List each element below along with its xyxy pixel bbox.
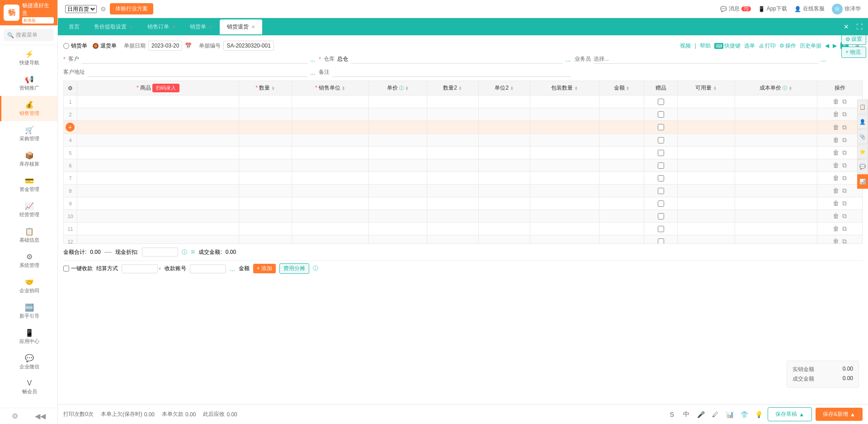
unit2-cell-5[interactable] [478, 147, 530, 159]
sidebar-item-inventory[interactable]: 📦 库存核算 [0, 147, 57, 172]
customer-picker-button[interactable]: ... [310, 56, 316, 63]
unit-price-cell-3[interactable] [369, 121, 427, 134]
available-cell-5[interactable] [678, 147, 735, 159]
sidebar-item-operations[interactable]: 📈 经营管理 [0, 197, 57, 223]
tab-sales-return-close[interactable]: ✕ [251, 24, 255, 29]
date-value[interactable]: 2023-03-20 [148, 41, 182, 51]
date-picker-button[interactable]: 📅 [185, 43, 192, 49]
unit-price-cell-11[interactable] [369, 223, 427, 235]
right-panel-btn-6[interactable]: 📊 [857, 174, 868, 189]
sidebar-item-newuser[interactable]: 🆕 新手引导 [0, 299, 57, 324]
product-cell-6[interactable] [77, 159, 239, 172]
product-cell-11[interactable] [77, 223, 239, 235]
sidebar-item-wechat[interactable]: 💬 企业微信 [0, 349, 57, 375]
available-cell-11[interactable] [678, 223, 735, 235]
qty2-cell-1[interactable] [427, 95, 478, 108]
gift-checkbox-4[interactable] [658, 137, 664, 143]
sale-unit-cell-12[interactable] [292, 235, 369, 244]
sale-unit-cell-3[interactable] [292, 121, 369, 134]
settings-btn[interactable]: ⚙ 设置 [841, 35, 866, 45]
gift-checkbox-2[interactable] [658, 111, 664, 118]
sale-unit-cell-4[interactable] [292, 134, 369, 147]
sale-unit-cell-1[interactable] [292, 95, 369, 108]
qty2-cell-7[interactable] [427, 172, 478, 185]
column-settings-icon[interactable]: ⚙ [68, 85, 73, 91]
radio-return[interactable]: 退货单 [93, 42, 117, 50]
unit2-cell-4[interactable] [478, 134, 530, 147]
gift-checkbox-11[interactable] [658, 226, 664, 232]
quantity-cell-7[interactable] [239, 172, 292, 185]
amount-cell-9[interactable] [599, 197, 644, 210]
qty2-cell-3[interactable] [427, 121, 478, 134]
unit-price-cell-8[interactable] [369, 185, 427, 197]
unit2-cell-9[interactable] [478, 197, 530, 210]
experience-button[interactable]: 体验行业方案 [110, 3, 153, 14]
history-btn[interactable]: 历史单据 [800, 42, 821, 50]
unit2-cell-6[interactable] [478, 159, 530, 172]
qty2-cell-6[interactable] [427, 159, 478, 172]
qty2-sort-icon[interactable]: ▲▼ [458, 86, 462, 91]
qty-sort-icon[interactable]: ▲▼ [271, 86, 275, 91]
sidebar-item-finance[interactable]: 💳 资金管理 [0, 172, 57, 197]
quantity-cell-3[interactable] [239, 121, 292, 134]
cost-price-cell-2[interactable] [735, 108, 817, 121]
copy-row-5[interactable]: ⧉ [841, 149, 848, 157]
copy-row-12[interactable]: ⧉ [841, 238, 848, 243]
delete-row-5[interactable]: 🗑 [832, 149, 840, 156]
salesperson-picker-button[interactable]: ... [821, 56, 826, 63]
tab-sales-order[interactable]: 销售订单 ✕ [140, 19, 183, 34]
unit-price-cell-10[interactable] [369, 210, 427, 223]
tab-sales-bill-close[interactable]: ✕ [209, 24, 212, 29]
gift-cell-5[interactable] [644, 147, 678, 159]
right-panel-btn-2[interactable]: 👤 [857, 114, 868, 129]
pack-qty-cell-6[interactable] [530, 159, 599, 172]
sidebar-item-sales[interactable]: 💰 销售管理 [0, 96, 57, 121]
cost-price-cell-4[interactable] [735, 134, 817, 147]
copy-row-8[interactable]: ⧉ [841, 187, 848, 195]
right-panel-btn-3[interactable]: 📎 [857, 129, 868, 144]
unit2-cell-2[interactable] [478, 108, 530, 121]
customer-input[interactable] [82, 54, 307, 64]
copy-row-6[interactable]: ⧉ [841, 162, 848, 169]
delete-row-6[interactable]: 🗑 [832, 162, 840, 169]
gift-checkbox-9[interactable] [658, 200, 664, 207]
sidebar-item-system[interactable]: ⚙ 系统管理 [0, 248, 57, 273]
prev-record-button[interactable]: ◀ [825, 43, 829, 49]
select-btn[interactable]: 选单 [744, 42, 755, 50]
next-record-button[interactable]: ▶ [833, 43, 837, 49]
gift-cell-4[interactable] [644, 134, 678, 147]
radio-return-input[interactable] [93, 43, 99, 49]
delete-row-7[interactable]: 🗑 [832, 174, 840, 181]
qty2-cell-12[interactable] [427, 235, 478, 244]
pack-qty-cell-4[interactable] [530, 134, 599, 147]
tab-sales-bill[interactable]: 销货单 ✕ [183, 19, 220, 34]
amount-cell-12[interactable] [599, 235, 644, 244]
tool-icon-6[interactable]: 👕 [739, 409, 750, 420]
right-panel-btn-4[interactable]: ⭐ [857, 144, 868, 159]
available-cell-8[interactable] [678, 185, 735, 197]
copy-row-7[interactable]: ⧉ [841, 174, 848, 182]
sidebar-item-member[interactable]: V 畅会员 [0, 375, 57, 400]
tool-icon-2[interactable]: 中 [681, 409, 692, 420]
sidebar-item-basics[interactable]: 📋 基础信息 [0, 223, 57, 248]
delete-row-11[interactable]: 🗑 [832, 225, 840, 232]
copy-row-2[interactable]: ⧉ [841, 110, 848, 118]
add-payment-button[interactable]: + 添加 [253, 264, 276, 273]
sidebar-settings-button[interactable]: ⚙ [12, 412, 18, 420]
amount-sort-icon[interactable]: ▲▼ [626, 86, 630, 91]
scan-input-button[interactable]: 扫码录入 [152, 84, 179, 92]
unit-price-cell-12[interactable] [369, 235, 427, 244]
gift-cell-3[interactable] [644, 121, 678, 134]
video-link[interactable]: 视频 [680, 42, 691, 50]
cost-price-cell-10[interactable] [735, 210, 817, 223]
pack-qty-cell-7[interactable] [530, 172, 599, 185]
cash-discount-input[interactable] [142, 248, 178, 257]
gift-checkbox-6[interactable] [658, 162, 664, 169]
quantity-cell-4[interactable] [239, 134, 292, 147]
available-cell-9[interactable] [678, 197, 735, 210]
unit2-cell-1[interactable] [478, 95, 530, 108]
gift-cell-10[interactable] [644, 210, 678, 223]
unit2-cell-3[interactable] [478, 121, 530, 134]
qty2-cell-9[interactable] [427, 197, 478, 210]
available-sort-icon[interactable]: ▲▼ [713, 86, 717, 91]
